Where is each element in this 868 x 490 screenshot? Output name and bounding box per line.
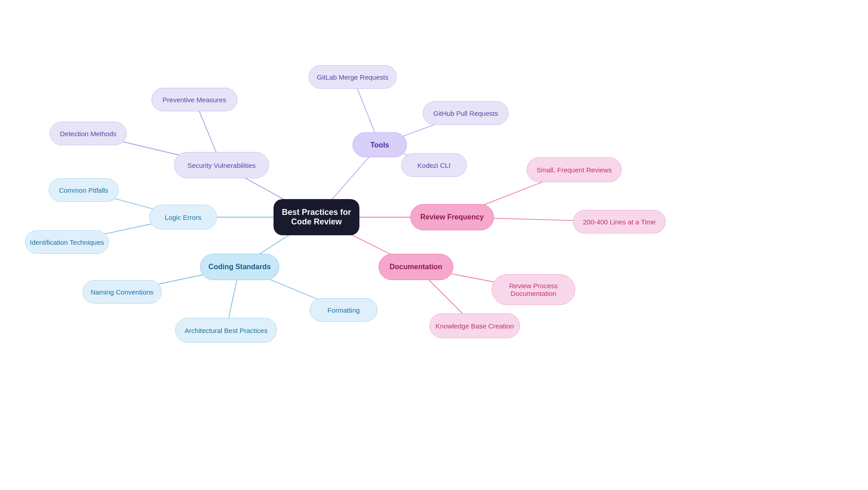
node-identification-techniques: Identification Techniques xyxy=(25,230,109,254)
node-coding-standards: Coding Standards xyxy=(200,254,279,280)
mind-map-container: Best Practices for Code Review Security … xyxy=(0,0,868,490)
node-github-pull-requests: GitHub Pull Requests xyxy=(423,101,509,125)
node-naming-conventions: Naming Conventions xyxy=(83,280,162,304)
node-knowledge-base-creation: Knowledge Base Creation xyxy=(429,314,520,338)
center-node: Best Practices for Code Review xyxy=(274,199,359,235)
node-lines-at-a-time: 200-400 Lines at a Time xyxy=(573,210,666,233)
node-architectural-best-practices: Architectural Best Practices xyxy=(175,318,277,343)
node-small-frequent-reviews: Small, Frequent Reviews xyxy=(527,157,622,182)
node-detection-methods: Detection Methods xyxy=(50,122,127,145)
node-review-process-documentation: Review Process Documentation xyxy=(492,274,576,305)
connections-svg xyxy=(0,0,868,490)
node-gitlab-merge-requests: GitLab Merge Requests xyxy=(309,65,397,89)
node-common-pitfalls: Common Pitfalls xyxy=(49,178,119,202)
node-tools: Tools xyxy=(353,133,407,157)
node-kodezi-cli: Kodezi CLI xyxy=(401,153,467,177)
node-review-frequency: Review Frequency xyxy=(410,204,494,230)
node-security-vulnerabilities: Security Vulnerabilities xyxy=(174,152,269,178)
node-documentation: Documentation xyxy=(379,254,453,280)
node-preventive-measures: Preventive Measures xyxy=(151,88,237,111)
node-formatting: Formatting xyxy=(310,298,377,322)
node-logic-errors: Logic Errors xyxy=(149,205,217,230)
